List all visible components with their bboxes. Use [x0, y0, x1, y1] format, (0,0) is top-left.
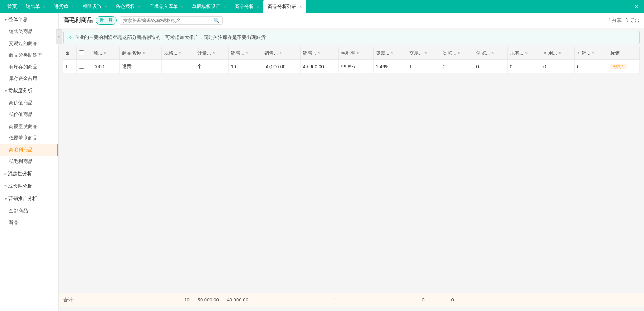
cell-index: 1 — [63, 60, 76, 73]
tab-close-icon[interactable]: × — [257, 4, 259, 9]
sort-icon: ⇅ — [357, 51, 360, 55]
sidebar-item-低毛利商品[interactable]: 低毛利商品 — [0, 156, 58, 167]
col-header-grossMargin[interactable]: 毛利率⇅ — [339, 47, 373, 60]
sidebar-item-高覆盖度商品[interactable]: 高覆盖度商品 — [0, 120, 58, 132]
sidebar-item-新品[interactable]: 新品 — [0, 217, 58, 228]
summary-label: 合计: — [63, 297, 74, 303]
nav-tab-销售单[interactable]: 销售单× — [21, 0, 50, 13]
col-header-saleable[interactable]: 可销...⇅ — [575, 47, 608, 60]
section-label: 贡献度分析 — [8, 87, 32, 94]
nav-tab-角色授权[interactable]: 角色授权× — [111, 0, 144, 13]
sidebar: ∨整体信息销售类商品交易过的商品商品分类助销率有库存的商品库存资金占用∨贡献度分… — [0, 13, 59, 311]
sort-icon: ⇅ — [391, 51, 394, 55]
sidebar-item-低价值商品[interactable]: 低价值商品 — [0, 109, 58, 120]
nav-tab-商品分析列表[interactable]: 商品分析列表× — [263, 0, 306, 13]
sidebar-collapse-button[interactable]: « — [56, 29, 62, 44]
horizontal-scrollbar[interactable] — [59, 307, 644, 311]
export-button[interactable]: ⤵ 导出 — [626, 17, 640, 24]
nav-tab-首页[interactable]: 首页 — [3, 0, 21, 13]
sort-icon: ⇅ — [318, 51, 321, 55]
section-arrow-icon: ∨ — [4, 197, 7, 201]
share-label: 分享 — [612, 17, 622, 24]
summary-sales-qty: 10 — [162, 297, 192, 303]
tab-close-icon[interactable]: × — [105, 4, 107, 9]
content-header: 高毛利商品 近一月 🔍 ⤴ 分享 ⤵ 导出 — [59, 13, 644, 28]
col-header-browse2[interactable]: 浏览...⇅ — [474, 47, 507, 60]
sidebar-item-全部商品[interactable]: 全部商品 — [0, 205, 58, 217]
col-header-code[interactable]: 商...⇅ — [91, 47, 120, 60]
sidebar-section-贡献度分析[interactable]: ∨贡献度分析 — [0, 84, 58, 97]
summary-available: 0 — [427, 297, 456, 303]
col-header-salesAmt[interactable]: 销售...⇅ — [262, 47, 300, 60]
section-label: 流趋性分析 — [8, 170, 32, 177]
sort-icon: ⇅ — [491, 51, 494, 55]
cell-salesQty: 10 — [229, 60, 262, 73]
export-icon: ⤵ — [626, 18, 629, 23]
row-checkbox[interactable] — [79, 64, 84, 69]
page-title: 高毛利商品 — [63, 17, 93, 24]
col-header-salesQty[interactable]: 销售...⇅ — [229, 47, 262, 60]
section-label: 成长性分析 — [8, 183, 32, 189]
sidebar-section-营销推广分析[interactable]: ∨营销推广分析 — [0, 192, 58, 205]
select-all-checkbox[interactable] — [79, 50, 84, 55]
sidebar-section-流趋性分析[interactable]: >流趋性分析 — [0, 167, 58, 180]
tab-close-icon[interactable]: × — [43, 4, 45, 9]
summary-coverage — [280, 297, 309, 303]
sidebar-item-低覆盖度商品[interactable]: 低覆盖度商品 — [0, 132, 58, 144]
sidebar-item-交易过的商品[interactable]: 交易过的商品 — [0, 37, 58, 49]
time-filter-近一月[interactable]: 近一月 — [96, 16, 117, 25]
sidebar-item-有库存的商品[interactable]: 有库存的商品 — [0, 61, 58, 73]
nav-tab-单据模板设置[interactable]: 单据模板设置× — [187, 0, 230, 13]
share-icon: ⤴ — [608, 18, 611, 23]
tab-close-icon[interactable]: × — [223, 4, 226, 9]
cell-available: 0 — [541, 60, 574, 73]
sort-icon: ⇅ — [246, 51, 249, 55]
search-icon[interactable]: 🔍 — [213, 18, 219, 23]
cell-grossMargin: 99.8% — [339, 60, 373, 73]
nav-tab-商品分析[interactable]: 商品分析× — [230, 0, 263, 13]
col-header-settings: ⚙ — [63, 47, 76, 60]
settings-icon[interactable]: ⚙ — [65, 51, 70, 56]
sidebar-item-库存资金占用[interactable]: 库存资金占用 — [0, 73, 58, 84]
sidebar-item-高毛利商品[interactable]: 高毛利商品 — [0, 144, 58, 156]
col-header-browse1[interactable]: 浏览...⇅ — [440, 47, 474, 60]
col-header-available[interactable]: 可用...⇅ — [541, 47, 574, 60]
search-input[interactable] — [123, 18, 213, 23]
section-label: 整体信息 — [8, 16, 28, 23]
nav-tab-权限设置[interactable]: 权限设置× — [78, 0, 111, 13]
sidebar-item-销售类商品[interactable]: 销售类商品 — [0, 26, 58, 37]
nav-tab-进货单[interactable]: 进货单× — [50, 0, 78, 13]
col-header-name[interactable]: 商品名称⇅ — [120, 47, 162, 60]
close-all-button[interactable]: × — [632, 3, 641, 10]
sidebar-section-整体信息[interactable]: ∨整体信息 — [0, 13, 58, 26]
cell-tag: 高收入 — [608, 60, 640, 73]
top-navigation: 首页销售单×进货单×权限设置×角色授权×产成品入库单×单据模板设置×商品分析×商… — [0, 0, 644, 13]
col-header-current[interactable]: 现有...⇅ — [507, 47, 541, 60]
tab-close-icon[interactable]: × — [299, 4, 302, 9]
sort-icon: ⇅ — [558, 51, 561, 55]
col-header-unit[interactable]: 计量...⇅ — [195, 47, 229, 60]
summary-browse2 — [368, 297, 397, 303]
nav-tab-产成品入库单[interactable]: 产成品入库单× — [145, 0, 187, 13]
tab-close-icon[interactable]: × — [71, 4, 73, 9]
col-header-spec[interactable]: 规格...⇅ — [161, 47, 195, 60]
cell-browse1[interactable]: 0 — [440, 60, 474, 73]
search-box[interactable]: 🔍 — [120, 16, 223, 25]
cell-browse2: 0 — [474, 60, 507, 73]
tab-close-icon[interactable]: × — [138, 4, 140, 9]
sidebar-item-高价值商品[interactable]: 高价值商品 — [0, 97, 58, 109]
sort-icon: ⇅ — [104, 51, 107, 55]
sidebar-section-成长性分析[interactable]: >成长性分析 — [0, 180, 58, 192]
col-header-coverage[interactable]: 覆盖...⇅ — [373, 47, 407, 60]
section-label: 营销推广分析 — [8, 195, 37, 202]
cell-checkbox[interactable] — [76, 60, 91, 73]
share-button[interactable]: ⤴ 分享 — [608, 17, 622, 24]
summary-sales-profit: 49,900.00 — [221, 297, 251, 303]
content-area: 高毛利商品 近一月 🔍 ⤴ 分享 ⤵ 导出 ✧ 企业的主要的利润都是这部分商品创… — [59, 13, 644, 311]
col-header-salesProfit[interactable]: 销售...⇅ — [300, 47, 338, 60]
tab-close-icon[interactable]: × — [181, 4, 183, 9]
cell-salesProfit: 49,900.00 — [300, 60, 338, 73]
col-header-transaction[interactable]: 交易...⇅ — [407, 47, 440, 60]
cell-salesAmt: 50,000.00 — [262, 60, 300, 73]
sidebar-item-商品分类助销率[interactable]: 商品分类助销率 — [0, 49, 58, 61]
